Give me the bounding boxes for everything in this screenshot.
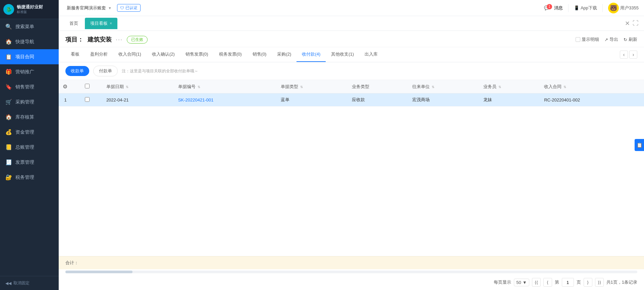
search-icon: 🔍 <box>5 23 12 30</box>
maximize-window-btn[interactable]: ⛶ <box>633 20 639 27</box>
sidebar-item-project-contract[interactable]: 📋项目合同 <box>0 49 59 64</box>
next-page-icon: ⟩ <box>587 280 589 285</box>
sub-tab-purchase[interactable]: 采购(2) <box>272 47 297 62</box>
sub-tab-sales[interactable]: 销售(0) <box>247 47 272 62</box>
topbar-divider <box>568 4 569 12</box>
tab-project-board[interactable]: 项目看板 × <box>85 18 117 29</box>
account-selector[interactable]: 新服务官网演示账套 ▼ <box>64 4 114 12</box>
sidebar-header: 🐉 畅捷通好业财 标准版 <box>0 0 59 19</box>
sidebar-subtitle: 标准版 <box>17 10 43 14</box>
receipt-filter-btn[interactable]: 收款单 <box>65 66 89 76</box>
sub-tab-income-confirm[interactable]: 收入确认(2) <box>147 47 180 62</box>
table-col-date[interactable]: 单据日期 ⇅ <box>102 80 174 93</box>
table-col-partner[interactable]: 往来单位 ⇅ <box>408 80 479 93</box>
select-all-checkbox[interactable] <box>85 84 90 88</box>
table-col-biz-type: 业务类型 <box>348 80 408 93</box>
tab-home-label: 首页 <box>69 20 78 26</box>
document-number-link[interactable]: SK-20220421-001 <box>178 97 214 102</box>
table-col-type[interactable]: 单据类型 ⇅ <box>277 80 348 93</box>
purchase-mgmt-icon: 🛒 <box>5 99 12 105</box>
sidebar-item-search[interactable]: 🔍搜索菜单 <box>0 19 59 34</box>
sub-tab-receive-pay[interactable]: 收付款(4) <box>297 47 326 62</box>
last-page-btn[interactable]: ⟩⟩ <box>595 278 604 287</box>
sort-icon-contract: ⇅ <box>564 85 566 89</box>
footer-label: 取消固定 <box>13 280 30 286</box>
sticky-feedback-icon[interactable]: 📋 <box>635 139 644 151</box>
table-body: 1 2022-04-21 SK-20220421-001 蓝单 应收款 宏茂商场… <box>59 93 644 106</box>
table-row[interactable]: 1 2022-04-21 SK-20220421-001 蓝单 应收款 宏茂商场… <box>59 93 644 106</box>
table-col-salesman[interactable]: 业务员 ⇅ <box>479 80 540 93</box>
scroll-bar-area <box>59 269 644 275</box>
project-label: 项目： <box>65 35 84 44</box>
sidebar-brand: 畅捷通好业财 标准版 <box>17 4 43 15</box>
sidebar-footer[interactable]: ◀◀ 取消固定 <box>0 276 59 290</box>
tab-close-icon[interactable]: × <box>110 21 112 26</box>
user-action[interactable]: 🐻 用户3355 <box>608 3 639 13</box>
per-page-value: 50 <box>516 280 521 285</box>
table-cell-date: 2022-04-21 <box>102 93 174 106</box>
table-cell-biz-type: 应收款 <box>348 93 408 106</box>
next-page-btn[interactable]: ⟩ <box>584 278 592 287</box>
close-window-btn[interactable]: ✕ <box>625 20 630 27</box>
sidebar-item-tax[interactable]: 🔐税务管理 <box>0 170 59 185</box>
sidebar-item-sales-mgmt[interactable]: 🔖销售管理 <box>0 79 59 94</box>
sidebar-item-label: 营销推广 <box>15 69 34 75</box>
sidebar-item-invoice[interactable]: 🧾发票管理 <box>0 155 59 170</box>
sales-mgmt-icon: 🔖 <box>5 84 12 90</box>
sub-tab-nav: ‹ › <box>620 51 637 59</box>
inventory-icon: 🏠 <box>5 114 12 120</box>
sidebar-item-label: 发票管理 <box>15 159 34 165</box>
export-action[interactable]: ↗ 导出 <box>604 37 618 43</box>
message-action[interactable]: 💬 1 消息 <box>544 5 563 11</box>
page-label-pre: 第 <box>555 279 559 285</box>
sidebar-item-inventory[interactable]: 🏠库存核算 <box>0 110 59 125</box>
table-col-number[interactable]: 单据编号 ⇅ <box>174 80 277 93</box>
refresh-action[interactable]: ↻ 刷新 <box>624 37 637 43</box>
table-col-contract[interactable]: 收入合同 ⇅ <box>540 80 644 93</box>
per-page-select[interactable]: 50 ▼ <box>514 279 529 286</box>
sort-icon-number: ⇅ <box>198 85 200 89</box>
page-input[interactable] <box>562 278 574 287</box>
prev-page-btn[interactable]: ⟨ <box>543 278 552 287</box>
sidebar-title: 畅捷通好业财 <box>17 4 43 10</box>
sidebar-item-ledger[interactable]: 📒总账管理 <box>0 140 59 155</box>
export-label: 导出 <box>609 37 618 43</box>
sub-tab-profit[interactable]: 盈利分析 <box>85 47 113 62</box>
more-options-icon[interactable]: ··· <box>116 36 123 43</box>
sub-tab-tax-invoice[interactable]: 税务发票(0) <box>214 47 247 62</box>
sidebar-item-label: 搜索菜单 <box>15 24 34 30</box>
sidebar-item-quick-nav[interactable]: 🏠快捷导航 <box>0 34 59 49</box>
sub-tab-other-income[interactable]: 其他收支(1) <box>326 47 359 62</box>
tab-home[interactable]: 首页 <box>64 18 84 29</box>
sub-tabs: 看板盈利分析收入合同(1)收入确认(2)销售发票(0)税务发票(0)销售(0)采… <box>59 47 644 62</box>
sub-tab-sales-invoice[interactable]: 销售发票(0) <box>180 47 214 62</box>
topbar: 新服务官网演示账套 ▼ 🛡 已认证 💬 1 消息 📱 App下载 🐻 用 <box>59 0 644 16</box>
sub-tab-prev-btn[interactable]: ‹ <box>620 51 628 59</box>
sub-tab-income-contract[interactable]: 收入合同(1) <box>113 47 147 62</box>
project-name: 建筑安装 <box>88 35 112 44</box>
sub-tab-in-out-store[interactable]: 出入库 <box>359 47 383 62</box>
last-page-icon: ⟩⟩ <box>598 280 601 285</box>
sub-tab-next-btn[interactable]: › <box>629 51 637 59</box>
sidebar-item-purchase-mgmt[interactable]: 🛒采购管理 <box>0 94 59 110</box>
show-detail-checkbox[interactable] <box>576 37 580 42</box>
row-checkbox[interactable] <box>85 97 90 102</box>
payment-filter-btn[interactable]: 付款单 <box>93 66 118 76</box>
show-detail-action[interactable]: 显示明细 <box>576 37 599 43</box>
scroll-track[interactable] <box>65 271 637 273</box>
sidebar-item-marketing[interactable]: 🎁营销推广 <box>0 64 59 79</box>
table-col-settings[interactable]: ⚙ <box>59 80 72 93</box>
summary-label: 合计： <box>65 260 78 266</box>
scroll-thumb[interactable] <box>65 271 132 273</box>
table-cell-type: 蓝单 <box>277 93 348 106</box>
first-page-btn[interactable]: ⟨⟨ <box>532 278 541 287</box>
sub-tab-kanban[interactable]: 看板 <box>65 47 85 62</box>
sidebar-item-finance[interactable]: 💰资金管理 <box>0 125 59 140</box>
table-cell-number[interactable]: SK-20220421-001 <box>174 93 277 106</box>
app-download-action[interactable]: 📱 App下载 <box>574 5 597 11</box>
project-header: 项目： 建筑安装 ··· 已生效 显示明细 ↗ 导出 ↻ 刷新 <box>59 31 644 47</box>
sidebar-item-label: 销售管理 <box>15 84 34 90</box>
tab-actions: ✕ ⛶ <box>625 20 639 27</box>
certified-badge: 🛡 已认证 <box>117 4 141 12</box>
project-header-actions: 显示明细 ↗ 导出 ↻ 刷新 <box>576 37 637 43</box>
